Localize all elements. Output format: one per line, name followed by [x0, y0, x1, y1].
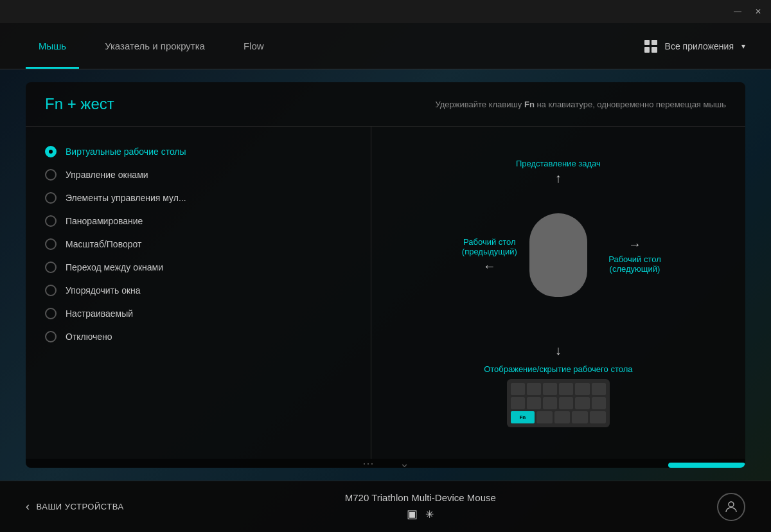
minimize-button[interactable]: — [732, 7, 743, 16]
gesture-list: Виртуальные рабочие столы Управление окн… [26, 127, 371, 459]
fn-header: Fn + жест Удерживайте клавишу Fn на клав… [26, 82, 745, 126]
key-1 [511, 383, 525, 395]
arrow-left-section: Рабочий стол(предыдущий) ← [462, 237, 517, 274]
gesture-diagram: Представление задач ↑ Рабочий стол(преды… [456, 152, 661, 358]
list-item-disabled[interactable]: Отключено [45, 331, 351, 342]
left-arrow-icon: ← [483, 259, 496, 274]
radio-panning [45, 215, 57, 227]
fn-hint: Удерживайте клавишу Fn на клавиатуре, од… [435, 100, 726, 109]
key-3 [543, 383, 557, 395]
arrow-down-section: ↓ [555, 343, 562, 358]
fn-title: Fn + жест [45, 95, 114, 113]
radio-zoom-rotate [45, 238, 57, 250]
down-label: Отображение/скрытие рабочего стола [484, 364, 632, 374]
key-8 [527, 397, 541, 409]
svg-point-0 [729, 502, 734, 507]
key-4 [559, 383, 573, 395]
key-14 [554, 411, 571, 423]
device-info: M720 Triathlon Multi-Device Mouse ▣ ✳ [124, 492, 717, 521]
title-bar: — ✕ [0, 0, 771, 23]
apps-menu[interactable]: Все приложения ▾ [644, 40, 745, 53]
back-arrow-icon: ‹ [26, 500, 30, 513]
list-label-window-management: Управление окнами [66, 170, 148, 180]
radio-snap-windows [45, 285, 57, 296]
left-label: Рабочий стол(предыдущий) [462, 237, 517, 256]
key-7 [511, 397, 525, 409]
up-arrow-icon: ↑ [555, 171, 562, 186]
device-icons: ▣ ✳ [407, 507, 434, 521]
key-15 [572, 411, 588, 423]
list-label-custom: Настраиваемый [66, 308, 133, 319]
key-9 [543, 397, 557, 409]
list-label-panning: Панорамирование [66, 216, 143, 226]
user-avatar[interactable] [717, 493, 745, 521]
list-item-panning[interactable]: Панорамирование [45, 215, 351, 227]
up-label: Представление задач [516, 159, 601, 168]
list-label-virtual-desktops: Виртуальные рабочие столы [66, 146, 186, 157]
scroll-hint-row: ⋯ ⌄ [26, 459, 745, 468]
list-label-disabled: Отключено [66, 332, 112, 342]
tab-flow[interactable]: Flow [231, 23, 277, 69]
radio-virtual-desktops [45, 146, 57, 157]
radio-window-management [45, 169, 57, 181]
device-name: M720 Triathlon Multi-Device Mouse [345, 492, 496, 503]
bottom-bar: ‹ ВАШИ УСТРОЙСТВА M720 Triathlon Multi-D… [0, 481, 771, 532]
right-label: Рабочий стол(следующий) [608, 254, 661, 274]
close-button[interactable]: ✕ [753, 7, 763, 16]
list-item-window-management[interactable]: Управление окнами [45, 169, 351, 181]
mouse-body [529, 213, 587, 297]
arrow-up-section: Представление задач ↑ [516, 159, 601, 186]
radio-custom [45, 308, 57, 319]
back-button[interactable]: ‹ ВАШИ УСТРОЙСТВА [26, 500, 124, 513]
fn-panel: Fn + жест Удерживайте клавишу Fn на клав… [26, 82, 745, 468]
list-item-zoom-rotate[interactable]: Масштаб/Поворот [45, 238, 351, 250]
main-content: Fn + жест Удерживайте клавишу Fn на клав… [0, 69, 771, 481]
key-10 [559, 397, 573, 409]
scroll-thumb[interactable] [668, 463, 745, 468]
tab-mouse[interactable]: Мышь [26, 23, 79, 69]
keyboard-illustration: Fn [507, 379, 610, 427]
key-16 [590, 411, 606, 423]
radio-disabled [45, 331, 57, 342]
list-label-snap-windows: Упорядочить окна [66, 285, 141, 296]
key-6 [592, 383, 606, 395]
gesture-viz: Представление задач ↑ Рабочий стол(преды… [371, 127, 745, 459]
list-label-switch-windows: Переход между окнами [66, 262, 163, 272]
arrow-right-section: → Рабочий стол(следующий) [608, 237, 661, 274]
key-13 [536, 411, 553, 423]
bottom-section: Отображение/скрытие рабочего стола [384, 364, 732, 427]
battery-icon: ▣ [407, 507, 418, 521]
down-arrow-icon: ↓ [555, 343, 562, 358]
radio-media-controls [45, 192, 57, 204]
mouse-shape [529, 213, 587, 297]
list-label-zoom-rotate: Масштаб/Поворот [66, 239, 141, 249]
fn-key: Fn [511, 411, 535, 423]
key-12 [592, 397, 606, 409]
tab-pointer[interactable]: Указатель и прокрутка [92, 23, 218, 69]
list-item-switch-windows[interactable]: Переход между окнами [45, 262, 351, 273]
list-item-media-controls[interactable]: Элементы управления мул... [45, 192, 351, 204]
list-label-media-controls: Элементы управления мул... [66, 193, 186, 203]
tab-bar: Мышь Указатель и прокрутка Flow Все прил… [0, 23, 771, 69]
list-item-virtual-desktops[interactable]: Виртуальные рабочие столы [45, 146, 351, 157]
key-5 [575, 383, 589, 395]
list-item-custom[interactable]: Настраиваемый [45, 308, 351, 319]
key-11 [575, 397, 589, 409]
key-2 [527, 383, 541, 395]
list-item-snap-windows[interactable]: Упорядочить окна [45, 285, 351, 296]
scroll-dots-right: ⌄ [400, 456, 409, 468]
snowflake-icon: ✳ [425, 508, 434, 520]
scroll-dots-left: ⋯ [362, 456, 374, 468]
right-arrow-icon: → [628, 237, 641, 252]
radio-switch-windows [45, 262, 57, 273]
fn-content: Виртуальные рабочие столы Управление окн… [26, 126, 745, 459]
chevron-down-icon: ▾ [741, 42, 745, 51]
apps-grid-icon [644, 40, 657, 53]
